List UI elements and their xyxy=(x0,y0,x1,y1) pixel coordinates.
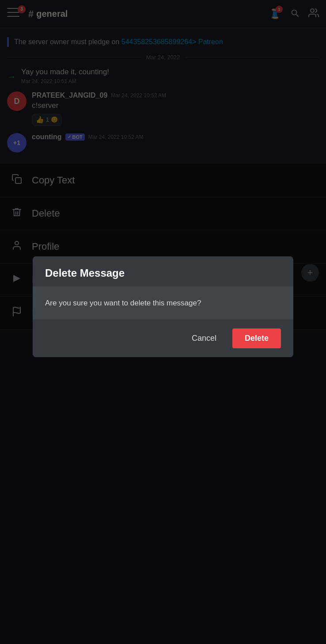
cancel-button[interactable]: Cancel xyxy=(183,329,225,347)
modal-body-text: Are you sure you want to delete this mes… xyxy=(45,297,281,309)
modal-footer: Cancel Delete xyxy=(33,320,293,357)
delete-message-modal: Delete Message Are you sure you want to … xyxy=(33,256,293,357)
modal-title: Delete Message xyxy=(45,267,281,279)
delete-button[interactable]: Delete xyxy=(232,328,281,348)
modal-body: Are you sure you want to delete this mes… xyxy=(33,287,293,320)
modal-header: Delete Message xyxy=(33,256,293,287)
